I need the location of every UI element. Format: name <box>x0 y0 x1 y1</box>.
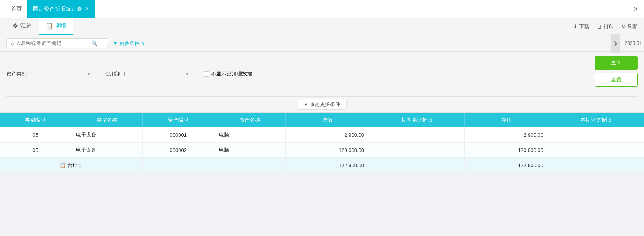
more-conditions-btn[interactable]: ▼ 更多条件 ∨ <box>113 40 145 47</box>
col-header-category-name: 类别名称 <box>71 113 143 127</box>
cell-category-name: 电子设备 <box>71 127 143 143</box>
download-btn[interactable]: ⬇ 下载 <box>573 23 589 30</box>
collapse-icon: ∧ <box>304 102 308 107</box>
hide-cleared-wrap: 不显示已清理数据 <box>204 70 252 77</box>
download-icon: ⬇ <box>573 23 577 29</box>
col-header-category-code: 类别编码 <box>0 113 71 127</box>
cell-net-value: 120,000.00 <box>465 143 548 158</box>
main-tab[interactable]: 固定资产折旧统计表 × <box>27 0 95 18</box>
detail-label: 明细 <box>56 22 67 29</box>
table-row: 05 电子设备 000001 电脑 2,900.00 2,900.00 <box>0 127 644 143</box>
dept-label: 使用部门 <box>105 70 125 77</box>
search-input[interactable] <box>11 40 89 46</box>
cell-current-dep <box>548 143 644 158</box>
collapse-label: 收起更多条件 <box>310 101 340 108</box>
cell-accumulated-dep <box>369 143 465 158</box>
total-label-cell: 📋 合计： <box>0 158 143 173</box>
asset-type-select[interactable]: ▼ <box>30 71 92 77</box>
cell-current-dep <box>548 127 644 143</box>
total-empty-1 <box>143 158 214 173</box>
col-header-net-value: 净值 <box>465 113 548 127</box>
collapse-bar: ∧ 收起更多条件 <box>6 96 638 112</box>
date-indicator: 2023.01 <box>622 41 644 46</box>
data-table-wrap: 类别编码 类别名称 资产编码 资产名称 原值 期初累计折旧 净值 本期计提折旧 … <box>0 113 644 173</box>
refresh-label: 刷新 <box>628 23 638 30</box>
right-panel-toggle[interactable]: ❯ <box>611 34 620 53</box>
table-row: 05 电子设备 000002 电脑 120,000.00 120,000.00 <box>0 143 644 158</box>
asset-type-field: 资产类别 ▼ <box>6 70 92 77</box>
data-table: 类别编码 类别名称 资产编码 资产名称 原值 期初累计折旧 净值 本期计提折旧 … <box>0 113 644 173</box>
cell-category-name: 电子设备 <box>71 143 143 158</box>
cell-original-value: 2,900.00 <box>285 127 369 143</box>
filter-row: 资产类别 ▼ 使用部门 ▼ 不显示已清理数据 查询 重置 <box>6 56 638 91</box>
cell-original-value: 120,000.00 <box>285 143 369 158</box>
cell-asset-name: 电脑 <box>214 143 285 158</box>
print-label: 打印 <box>604 23 614 30</box>
col-header-accumulated-dep: 期初累计折旧 <box>369 113 465 127</box>
hide-cleared-checkbox[interactable] <box>204 71 209 77</box>
filter-section: 资产类别 ▼ 使用部门 ▼ 不显示已清理数据 查询 重置 ∧ <box>0 52 644 113</box>
dept-arrow-icon: ▼ <box>185 72 189 76</box>
total-original-value: 122,900.00 <box>285 158 369 173</box>
col-header-original-value: 原值 <box>285 113 369 127</box>
cell-asset-code: 000001 <box>143 127 214 143</box>
cell-asset-name: 电脑 <box>214 127 285 143</box>
table-total-row: 📋 合计： 122,900.00 122,900.00 <box>0 158 644 173</box>
toolbar-right: ⬇ 下载 🖨 打印 ↺ 刷新 <box>573 23 638 30</box>
asset-type-label: 资产类别 <box>6 70 27 77</box>
col-header-asset-name: 资产名称 <box>214 113 285 127</box>
cell-category-code: 05 <box>0 143 71 158</box>
top-nav: 首页 固定资产折旧统计表 × × <box>0 0 644 18</box>
total-label: 合计： <box>67 162 83 168</box>
search-input-wrap[interactable]: 🔍 <box>6 38 108 48</box>
summary-label: 汇总 <box>20 22 31 29</box>
cell-category-code: 05 <box>0 127 71 143</box>
sub-tabs-bar: ❖ 汇总 📋 明细 ⬇ 下载 🖨 打印 ↺ 刷新 <box>0 18 644 35</box>
search-icon: 🔍 <box>91 40 97 46</box>
reset-button[interactable]: 重置 <box>595 73 638 87</box>
query-button[interactable]: 查询 <box>595 56 638 70</box>
tab-close-btn[interactable]: × <box>85 5 89 13</box>
cell-accumulated-dep <box>369 127 465 143</box>
refresh-btn[interactable]: ↺ 刷新 <box>622 23 638 30</box>
home-tab[interactable]: 首页 <box>6 5 27 13</box>
cell-asset-code: 000002 <box>143 143 214 158</box>
cell-net-value: 2,900.00 <box>465 127 548 143</box>
chevron-right-icon: ❯ <box>613 41 617 46</box>
print-btn[interactable]: 🖨 打印 <box>597 23 614 30</box>
dept-select[interactable]: ▼ <box>128 71 191 77</box>
detail-icon: 📋 <box>45 22 53 30</box>
dept-field: 使用部门 ▼ <box>105 70 191 77</box>
download-label: 下载 <box>579 23 589 30</box>
sub-tabs-left: ❖ 汇总 📋 明细 <box>6 18 73 35</box>
chevron-down-icon: ∨ <box>141 40 145 46</box>
total-accumulated-dep <box>369 158 465 173</box>
tab-label: 固定资产折旧统计表 <box>33 5 82 13</box>
more-conditions-label: 更多条件 <box>119 40 140 47</box>
hide-cleared-label: 不显示已清理数据 <box>211 70 252 77</box>
print-icon: 🖨 <box>597 23 602 29</box>
collapse-btn[interactable]: ∧ 收起更多条件 <box>298 99 347 110</box>
search-bar: 🔍 ▼ 更多条件 ∨ ❯ 2023.01 <box>0 35 644 52</box>
table-header-row: 类别编码 类别名称 资产编码 资产名称 原值 期初累计折旧 净值 本期计提折旧 <box>0 113 644 127</box>
filter-buttons: 查询 重置 <box>595 56 638 87</box>
tab-detail[interactable]: 📋 明细 <box>39 18 73 35</box>
asset-type-arrow-icon: ▼ <box>87 72 91 76</box>
col-header-current-dep: 本期计提折旧 <box>548 113 644 127</box>
filter-icon: ▼ <box>113 40 118 46</box>
window-close-btn[interactable]: × <box>633 5 638 13</box>
total-icon: 📋 <box>60 162 66 168</box>
total-current-dep <box>548 158 644 173</box>
summary-icon: ❖ <box>13 22 18 30</box>
tab-summary[interactable]: ❖ 汇总 <box>6 18 38 35</box>
refresh-icon: ↺ <box>622 23 626 29</box>
col-header-asset-code: 资产编码 <box>143 113 214 127</box>
total-net-value: 122,900.00 <box>465 158 548 173</box>
total-empty-2 <box>214 158 285 173</box>
